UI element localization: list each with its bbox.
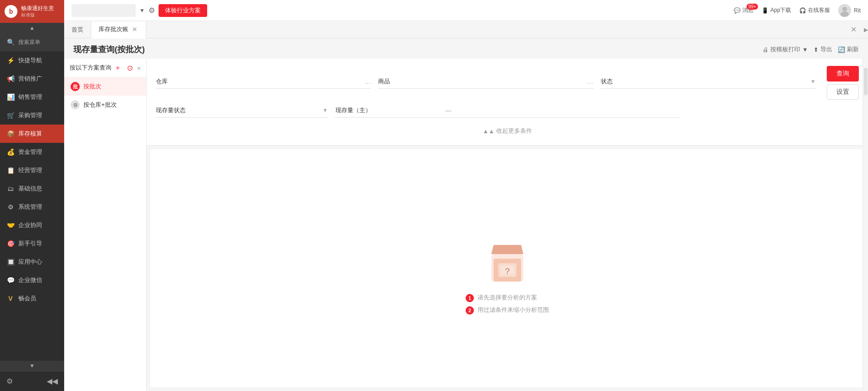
right-panel: 仓库 … 商品 … 状态 ▼: [147, 59, 868, 391]
inventory-amount-to-input[interactable]: [455, 107, 519, 114]
status-input[interactable]: [628, 78, 816, 85]
topbar: ▼ ⚙ 体验行业方案 💬 消息 99+ 📱 App下载 🎧 在线客服: [64, 0, 868, 21]
message-button[interactable]: 💬 消息 99+: [734, 6, 753, 14]
sidebar-item-finance[interactable]: 💰 资金管理: [0, 143, 64, 161]
content-area: 现存量查询(按批次) 🖨 按模板打印 ▼ ⬆ 导出 🔄 刷新: [64, 38, 868, 391]
warehouse-more-button[interactable]: …: [364, 78, 371, 85]
export-icon: ⬆: [813, 46, 819, 53]
scheme-item-by-warehouse-batch[interactable]: ⊙ 按仓库+批次: [64, 96, 146, 114]
product-input[interactable]: [406, 78, 593, 85]
svg-text:?: ?: [505, 267, 510, 276]
tab-home[interactable]: 首页: [64, 21, 91, 38]
topbar-dropdown-button[interactable]: ▼: [139, 7, 145, 14]
sidebar-item-operation[interactable]: 📋 经营管理: [0, 161, 64, 179]
sidebar-item-enterprise[interactable]: 🤝 企业协同: [0, 216, 64, 234]
export-button[interactable]: ⬆ 导出: [813, 45, 832, 54]
close-all-tabs-button[interactable]: ✕: [845, 25, 862, 34]
sidebar-item-label: 采购管理: [18, 111, 42, 119]
status-field: 状态 ▼: [601, 77, 816, 89]
hint-text-2: 用过滤条件来缩小分析范围: [478, 306, 549, 314]
sidebar-item-label: 营销推广: [18, 75, 42, 83]
content-body: 按以下方案查询 ＋ ⊙ « 批 按批次 ⊙ 按仓库+批次: [64, 59, 868, 391]
sales-icon: 📊: [6, 93, 15, 101]
app-name: 畅康通好生意: [21, 5, 54, 12]
scheme-settings-button[interactable]: ⊙: [125, 63, 134, 72]
add-scheme-button[interactable]: ＋: [113, 63, 122, 72]
query-button[interactable]: 查询: [827, 66, 859, 81]
sidebar-item-app-center[interactable]: 🔲 应用中心: [0, 253, 64, 271]
sidebar-scroll-up[interactable]: ▲: [0, 23, 64, 33]
tabs-right-arrow[interactable]: ▶: [864, 27, 868, 33]
scheme-item-by-batch[interactable]: 批 按批次: [64, 77, 146, 96]
sidebar-item-sales[interactable]: 📊 销售管理: [0, 88, 64, 106]
action-buttons: 查询 设置: [827, 66, 859, 100]
sidebar-item-label: 新手引导: [18, 239, 42, 248]
sidebar-item-enterprise-wechat[interactable]: 💬 企业微信: [0, 271, 64, 289]
print-label: 按模板打印: [770, 45, 800, 54]
basics-icon: 🗂: [6, 185, 15, 193]
message-badge: 99+: [747, 4, 758, 10]
inventory-batch-tab-label: 库存批次账: [99, 25, 128, 33]
enterprise-icon: 🤝: [6, 221, 15, 229]
print-template-button[interactable]: 🖨 按模板打印 ▼: [763, 45, 808, 54]
trial-button[interactable]: 体验行业方案: [159, 4, 207, 17]
scheme-label-by-warehouse-batch: 按仓库+批次: [83, 101, 117, 109]
sidebar-item-quick-nav[interactable]: ⚡ 快捷导航: [0, 51, 64, 70]
sidebar-item-basics[interactable]: 🗂 基础信息: [0, 179, 64, 198]
filter-settings-button[interactable]: 设置: [827, 84, 859, 100]
inventory-status-input[interactable]: [190, 107, 328, 114]
sidebar-scroll-down[interactable]: ▼: [0, 361, 64, 371]
tab-inventory-batch[interactable]: 库存批次账 ✕: [91, 22, 146, 38]
svg-marker-6: [491, 245, 523, 254]
app-download-label: App下载: [770, 6, 791, 14]
empty-hints: 1 请先选择要分析的方案 2 用过滤条件来缩小分析范围: [466, 293, 549, 315]
right-scrollbar[interactable]: [863, 59, 868, 391]
sidebar-item-label: 基础信息: [18, 185, 42, 193]
collapse-panel-button[interactable]: «: [137, 64, 141, 71]
tab-close-button[interactable]: ✕: [131, 26, 138, 33]
app-download-icon: 📱: [762, 7, 769, 14]
sidebar-item-vip[interactable]: V 畅会员: [0, 289, 64, 308]
amount-dash: —: [445, 107, 451, 114]
sidebar-item-search[interactable]: 🔍 搜索菜单: [0, 33, 64, 51]
app-center-icon: 🔲: [6, 258, 15, 266]
sidebar-item-newbie[interactable]: 🎯 新手引导: [0, 234, 64, 253]
scheme-label-by-batch: 按批次: [83, 82, 101, 91]
online-service-button[interactable]: 🎧 在线客服: [799, 6, 830, 14]
home-tab-label: 首页: [71, 26, 83, 34]
collapse-more-button[interactable]: ▲▲ 收起更多条件: [156, 124, 859, 138]
online-service-label: 在线客服: [808, 6, 830, 14]
product-more-button[interactable]: …: [587, 78, 593, 85]
sidebar-item-purchase[interactable]: 🛒 采购管理: [0, 106, 64, 125]
sidebar-item-label: 快捷导航: [18, 56, 42, 65]
left-panel-actions: ＋ ⊙ «: [113, 63, 141, 72]
app-edition: 标准版: [21, 12, 54, 18]
print-dropdown-icon: ▼: [802, 46, 808, 53]
warehouse-input[interactable]: [183, 78, 371, 85]
sidebar-item-inventory[interactable]: 📦 库存核算: [0, 125, 64, 143]
refresh-button[interactable]: 🔄 刷新: [838, 45, 859, 54]
hint-num-2: 2: [466, 306, 474, 315]
inventory-icon: 📦: [6, 130, 15, 138]
sidebar-item-label: 畅会员: [18, 294, 36, 303]
sidebar-item-system[interactable]: ⚙ 系统管理: [0, 198, 64, 216]
sidebar-item-label: 搜索菜单: [18, 38, 40, 46]
topbar-settings-button[interactable]: ⚙: [148, 6, 155, 15]
status-label: 状态: [601, 77, 624, 86]
message-icon: 💬: [734, 7, 741, 14]
hint-text-1: 请先选择要分析的方案: [478, 293, 537, 302]
user-area[interactable]: Rit: [838, 4, 861, 17]
scheme-icon-secondary: ⊙: [71, 100, 80, 109]
settings-footer-button[interactable]: ⚙: [5, 375, 15, 387]
page-title: 现存量查询(按批次): [73, 44, 145, 55]
inventory-amount-from-input[interactable]: [378, 107, 442, 114]
purchase-icon: 🛒: [6, 111, 15, 119]
app-download-button[interactable]: 📱 App下载: [762, 6, 791, 14]
main-area: ▼ ⚙ 体验行业方案 💬 消息 99+ 📱 App下载 🎧 在线客服: [64, 0, 868, 391]
sidebar-item-marketing[interactable]: 📢 营销推广: [0, 70, 64, 88]
refresh-label: 刷新: [847, 45, 859, 54]
warehouse-label: 仓库: [156, 77, 179, 86]
topbar-search-input[interactable]: [71, 4, 136, 17]
collapse-sidebar-button[interactable]: ◀◀: [45, 375, 60, 387]
scheme-icon-primary: 批: [71, 82, 80, 91]
